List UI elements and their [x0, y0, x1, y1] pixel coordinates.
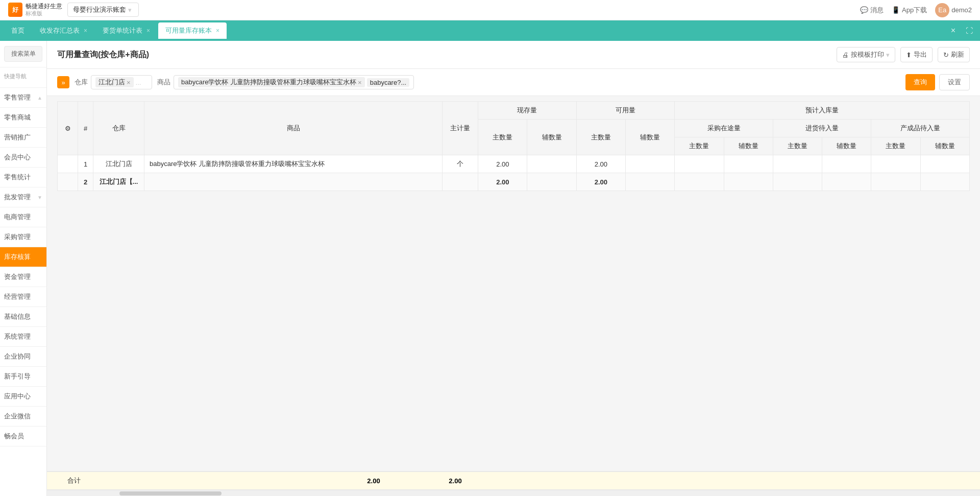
sidebar-item-retail-mgmt[interactable]: 零售管理 ▲ [0, 88, 46, 108]
footer-avail-main: 2.00 [435, 477, 476, 485]
message-icon: 💬 [860, 6, 868, 14]
th-purchase-main: 主数量 [675, 137, 724, 155]
tab-inventory[interactable]: 可用量库存账本 × [158, 22, 227, 39]
th-current-stock: 现存量 [478, 102, 577, 120]
table-container: ⚙ # 仓库 商品 主计量 现存量 可用量 预计入库量 主数量 辅数量 主数量 [47, 96, 980, 471]
warehouse-remove-btn[interactable]: × [127, 79, 131, 86]
expand-icon: ▲ [37, 95, 42, 101]
sidebar-vip-member-label: 畅会员 [4, 432, 24, 441]
export-btn[interactable]: ⬆ 导出 [900, 47, 933, 62]
product-input[interactable]: babycare学饮杯 儿童防摔防撞吸管杯重力球吸嘴杯宝宝水杯 × babyca… [174, 75, 414, 89]
tab-order-close[interactable]: × [146, 27, 150, 34]
print-template-btn[interactable]: 🖨 按模板打印 ▾ [837, 47, 895, 62]
cell-settings [58, 173, 78, 191]
sidebar-item-member[interactable]: 会员中心 [0, 148, 46, 168]
cell-arrival-aux-group [822, 173, 871, 191]
sidebar-item-newbie[interactable]: 新手引导 [0, 367, 46, 387]
sidebar-retail-mgmt-label: 零售管理 [4, 93, 31, 102]
search-menu-btn[interactable]: 搜索菜单 [4, 46, 42, 62]
export-label: 导出 [914, 50, 927, 59]
th-arrival-main: 主数量 [773, 137, 822, 155]
tab-collect[interactable]: 收发存汇总表 × [33, 22, 94, 39]
sidebar-item-ecommerce[interactable]: 电商管理 [0, 207, 46, 227]
footer-label: 合计 [57, 476, 353, 485]
tab-order[interactable]: 要货单统计表 × [95, 22, 157, 39]
sidebar-item-purchase[interactable]: 采购管理 [0, 227, 46, 247]
sidebar-finance-label: 资金管理 [4, 272, 31, 281]
cell-avail-aux-group [626, 173, 675, 191]
message-label: 消息 [870, 6, 884, 15]
footer-current-main: 2.00 [353, 477, 394, 485]
inventory-table: ⚙ # 仓库 商品 主计量 现存量 可用量 预计入库量 主数量 辅数量 主数量 [57, 101, 970, 191]
tab-collect-label: 收发存汇总表 [40, 26, 80, 35]
nav-close-btn[interactable]: × [948, 25, 959, 36]
nav-tabs: 首页 收发存汇总表 × 要货单统计表 × 可用量库存账本 × × ⛶ [0, 20, 980, 41]
cell-product-main-group [871, 173, 920, 191]
th-available: 可用量 [576, 102, 675, 120]
th-product-main: 主数量 [871, 137, 920, 155]
sidebar-item-operation[interactable]: 经营管理 [0, 287, 46, 307]
sidebar-item-enterprise[interactable]: 企业协同 [0, 347, 46, 367]
message-btn[interactable]: 💬 消息 [860, 6, 884, 15]
sidebar-item-enterprise-wx[interactable]: 企业微信 [0, 407, 46, 427]
th-planned-in: 预计入库量 [675, 102, 970, 120]
th-avail-aux: 辅数量 [626, 120, 675, 155]
table-row: 2 江北门店【... 2.00 2.00 [58, 173, 970, 191]
filter-actions: 查询 设置 [905, 74, 970, 90]
warehouse-input[interactable]: 江北门店 × ... [91, 75, 152, 89]
filter-expand-btn[interactable]: » [57, 76, 69, 88]
export-icon: ⬆ [906, 51, 912, 59]
download-icon: 📱 [892, 6, 900, 14]
warehouse-tag: 江北门店 × [95, 77, 134, 87]
sidebar-item-app-center[interactable]: 应用中心 [0, 387, 46, 407]
sidebar-item-finance[interactable]: 资金管理 [0, 267, 46, 287]
sidebar-item-vip-member[interactable]: 畅会员 [0, 427, 46, 446]
cell-current-aux [527, 155, 576, 173]
query-btn[interactable]: 查询 [905, 74, 935, 90]
tab-collect-close[interactable]: × [84, 27, 87, 34]
logo-text-area: 畅捷通好生意 标准版 [26, 3, 62, 17]
chevron-down-icon: ▾ [128, 6, 132, 14]
sidebar-item-inventory-check[interactable]: 库存核算 [0, 247, 46, 267]
warehouse-more-btn[interactable]: ... [136, 79, 141, 86]
th-product-aux: 辅数量 [920, 137, 969, 155]
user-area[interactable]: Ea demo2 [935, 3, 972, 17]
sidebar-item-retail-stat[interactable]: 零售统计 [0, 168, 46, 187]
sidebar-search-section: 搜索菜单 [0, 41, 46, 67]
th-warehouse: 仓库 [93, 102, 144, 155]
avatar: Ea [935, 3, 949, 17]
sidebar-purchase-label: 采购管理 [4, 232, 31, 242]
cell-current-main-group: 2.00 [478, 173, 527, 191]
app-download-btn[interactable]: 📱 App下载 [892, 6, 927, 15]
horizontal-scrollbar[interactable] [47, 490, 980, 496]
cell-avail-main: 2.00 [576, 155, 625, 173]
logo-area: 好 畅捷通好生意 标准版 [8, 3, 62, 17]
th-settings[interactable]: ⚙ [58, 102, 78, 155]
cell-product-group [144, 173, 443, 191]
sidebar-item-wholesale[interactable]: 批发管理 ▼ [0, 187, 46, 207]
setting-btn[interactable]: 设置 [939, 74, 970, 90]
sidebar-retail-mall-label: 零售商城 [4, 113, 31, 122]
sidebar-inventory-check-label: 库存核算 [4, 252, 31, 262]
th-pending-arrival: 进货待入量 [773, 120, 871, 137]
cell-arrival-main [773, 155, 822, 173]
org-name: 母婴行业演示账套 [73, 5, 126, 14]
warehouse-label: 仓库 [75, 78, 88, 87]
sidebar-item-marketing[interactable]: 营销推广 [0, 128, 46, 148]
cell-seq: 1 [78, 155, 93, 173]
scrollbar-thumb[interactable] [119, 491, 222, 495]
refresh-icon: ↻ [943, 51, 949, 59]
tab-inventory-close[interactable]: × [216, 27, 219, 34]
th-current-main: 主数量 [478, 120, 527, 155]
logo-icon: 好 [8, 3, 22, 17]
logo-text: 畅捷通好生意 [26, 3, 62, 10]
refresh-btn[interactable]: ↻ 刷新 [938, 47, 970, 62]
tab-home[interactable]: 首页 [4, 22, 32, 39]
sidebar-item-sys-mgmt[interactable]: 系统管理 [0, 327, 46, 347]
org-selector[interactable]: 母婴行业演示账套 ▾ [67, 3, 139, 17]
nav-expand-btn[interactable]: ⛶ [963, 26, 976, 36]
sidebar-item-basic-info[interactable]: 基础信息 [0, 307, 46, 327]
nav-tabs-actions: × ⛶ [948, 25, 976, 36]
sidebar-item-retail-mall[interactable]: 零售商城 [0, 108, 46, 128]
product-remove-btn[interactable]: × [358, 79, 362, 86]
